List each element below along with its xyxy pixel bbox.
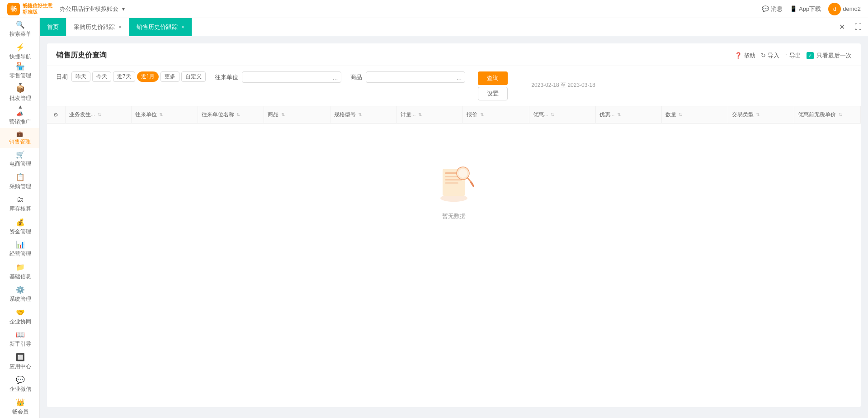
date-btn-today[interactable]: 今天 [92,71,111,82]
date-btn-last7[interactable]: 近7天 [113,71,135,82]
sidebar-item-retail-label: 零售管理 [9,72,31,80]
col-partner-name[interactable]: 往来单位名称 ⇅ [198,106,264,124]
col-product[interactable]: 商品 ⇅ [264,106,330,124]
message-btn[interactable]: 💬 消息 [762,5,783,13]
export-btn[interactable]: ↑ 导出 [785,52,802,60]
sidebar-item-marketing[interactable]: 📣 营销推广 [0,109,39,128]
username-label: demo2 [843,5,861,12]
sidebar-item-sales-label: 销售管理 [9,138,31,146]
help-btn[interactable]: ❓ 帮助 [735,52,755,60]
sidebar-item-finance[interactable]: 💰 资金管理 [0,215,39,238]
marketing-icon: 📣 [16,111,23,117]
sidebar-item-sales[interactable]: 💼 销售管理 [0,128,39,148]
col-trade-type[interactable]: 交易类型 ⇅ [728,106,794,124]
col-pretax-price[interactable]: 优惠前无税单价 ⇅ [794,106,861,124]
table-settings-icon: ⚙ [53,112,58,118]
import-btn[interactable]: ↻ 导入 [761,52,779,60]
dropdown-arrow-icon: ▾ [122,6,125,12]
sort-arrows-price: ⇅ [480,112,484,117]
sidebar-item-ecommerce[interactable]: 🛒 电商管理 [0,148,39,171]
settings-button[interactable]: 设置 [478,87,508,100]
sidebar-item-cooperation[interactable]: 🤝 企业协同 [0,305,39,328]
tab-purchase-history-label: 采购历史价跟踪 [74,23,115,31]
col-discount2[interactable]: 优惠... ⇅ [595,106,662,124]
sidebar-item-wechat-label: 企业微信 [9,385,31,393]
tab-sales-history-close[interactable]: × [181,24,184,30]
tab-purchase-history-close[interactable]: × [118,24,122,30]
date-btn-last1m[interactable]: 近1月 [137,71,159,82]
tab-home[interactable]: 首页 [40,18,66,36]
app-title: 办公用品行业模拟账套 [60,5,118,13]
product-input-dots[interactable]: ... [457,74,462,81]
sidebar-item-apps[interactable]: 🔲 应用中心 [0,351,39,373]
tab-close-all-btn[interactable]: ✕ [835,21,848,33]
logo-text: 畅捷信好生意 标准版 [23,3,52,14]
date-buttons: 昨天 今天 近7天 近1月 更多 自定义 [71,71,206,82]
sidebar-item-vip-label: 畅会员 [12,408,28,416]
sort-arrows-product: ⇅ [281,112,285,117]
query-button[interactable]: 查询 [478,71,508,85]
tabs-bar: 首页 采购历史价跟踪 × 销售历史价跟踪 × ✕ ⛶ [40,18,868,36]
tab-sales-history-label: 销售历史价跟踪 [137,23,178,31]
sidebar-item-wholesale[interactable]: 📦 批发管理 ▲ [0,86,39,109]
filter-date: 日期 昨天 今天 近7天 近1月 更多 自定义 [56,71,206,82]
filter-row-1: 日期 昨天 今天 近7天 近1月 更多 自定义 往来单位 [56,71,508,100]
main-layout: 🔍 搜索菜单 ⚡ 快捷导航 🏪 零售管理 ▼ 📦 批发管理 ▲ 📣 营销推广 💼… [0,18,868,418]
col-quantity[interactable]: 数量 ⇅ [662,106,728,124]
export-icon: ↑ [785,52,788,59]
sidebar-item-purchase[interactable]: 📋 采购管理 [0,171,39,193]
sidebar-item-basic[interactable]: 📁 基础信息 [0,261,39,283]
sidebar-item-shortcut[interactable]: ⚡ 快捷导航 [0,41,39,63]
sidebar-item-marketing-label: 营销推广 [9,118,31,126]
app-download-icon: 📱 [790,5,797,12]
user-avatar[interactable]: d demo2 [828,3,861,15]
col-unit-label: 计量... [401,111,416,118]
table-settings-col[interactable]: ⚙ [47,106,65,124]
wholesale-icon: 📦 [16,85,25,93]
sidebar-item-vip[interactable]: 👑 畅会员 [0,395,39,418]
tab-maximize-btn[interactable]: ⛶ [852,21,864,33]
topbar-dropdown[interactable]: ▾ [122,6,125,12]
app-download-btn[interactable]: 📱 App下载 [790,5,821,13]
date-btn-yesterday[interactable]: 昨天 [71,71,90,82]
page-header-actions: ❓ 帮助 ↻ 导入 ↑ 导出 ✓ 只看最后一次 [735,52,852,60]
tab-sales-history[interactable]: 销售历史价跟踪 × [129,18,192,36]
col-partner-name-label: 往来单位名称 [202,111,234,118]
sidebar-item-system[interactable]: ⚙️ 系统管理 [0,283,39,306]
sort-arrows-unit: ⇅ [418,112,422,117]
page-header: 销售历史价查询 ❓ 帮助 ↻ 导入 ↑ 导出 [47,43,861,66]
sidebar-item-retail[interactable]: 🏪 零售管理 ▼ [0,63,39,86]
page-content: 销售历史价查询 ❓ 帮助 ↻ 导入 ↑ 导出 [40,36,868,418]
tab-purchase-history[interactable]: 采购历史价跟踪 × [66,18,129,36]
sort-arrows-discount2: ⇅ [617,112,621,117]
col-discount1[interactable]: 优惠... ⇅ [529,106,595,124]
partner-input-dots[interactable]: ... [333,74,338,81]
col-unit[interactable]: 计量... ⇅ [396,106,463,124]
date-btn-custom[interactable]: 自定义 [181,71,206,82]
product-input[interactable] [366,71,465,83]
svg-rect-4 [445,179,462,180]
sidebar-item-guide[interactable]: 📖 新手引导 [0,328,39,351]
sort-arrows-spec: ⇅ [358,112,362,117]
sidebar-item-search[interactable]: 🔍 搜索菜单 [0,18,39,41]
sidebar-item-inventory[interactable]: 🗂 库存核算 [0,193,39,216]
col-partner-code[interactable]: 往来单位 ⇅ [132,106,198,124]
col-price[interactable]: 报价 ⇅ [463,106,529,124]
product-filter-label: 商品 [350,73,362,81]
sidebar-item-apps-label: 应用中心 [9,363,31,370]
only-last-checkbox[interactable]: ✓ [807,52,814,59]
sidebar-item-operations[interactable]: 📊 经营管理 [0,238,39,261]
sidebar-item-purchase-label: 采购管理 [9,183,31,190]
partner-input[interactable] [242,71,341,83]
wechat-icon: 💬 [16,375,25,384]
partner-filter-label: 往来单位 [215,73,238,81]
import-icon: ↻ [761,52,766,59]
date-btn-more[interactable]: 更多 [160,71,179,82]
col-business-date[interactable]: 业务发生... ⇅ [65,106,132,124]
operations-icon: 📊 [16,240,25,249]
product-input-wrap: ... [366,71,465,83]
col-spec[interactable]: 规格型号 ⇅ [330,106,397,124]
sidebar-item-wechat[interactable]: 💬 企业微信 [0,373,39,396]
col-discount1-label: 优惠... [533,111,548,118]
col-product-label: 商品 [268,111,278,118]
